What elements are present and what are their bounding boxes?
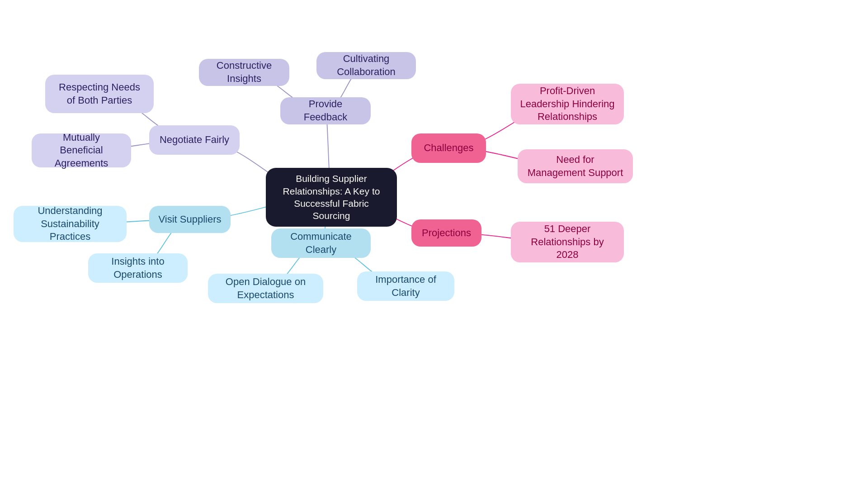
node-visit-suppliers: Visit Suppliers <box>149 206 231 233</box>
node-negotiate-fairly: Negotiate Fairly <box>149 125 240 155</box>
node-insights-ops: Insights into Operations <box>88 253 188 283</box>
node-sustainability: Understanding Sustainability Practices <box>14 206 127 242</box>
node-open-dialogue: Open Dialogue on Expectations <box>208 274 323 303</box>
node-constructive-insights: Constructive Insights <box>199 59 289 86</box>
node-profit-driven: Profit-Driven Leadership Hindering Relat… <box>511 84 624 124</box>
node-provide-feedback: Provide Feedback <box>280 97 371 124</box>
node-projections: Projections <box>411 219 481 247</box>
node-respecting-needs: Respecting Needs of Both Parties <box>45 75 154 113</box>
node-challenges: Challenges <box>411 133 486 163</box>
node-mgmt-support: Need for Management Support <box>518 149 633 183</box>
node-cultivating-collab: Cultivating Collaboration <box>316 52 416 79</box>
node-communicate-clearly: Communicate Clearly <box>271 228 371 258</box>
node-mutually-beneficial: Mutually Beneficial Agreements <box>32 133 131 167</box>
node-deeper-relationships: 51 Deeper Relationships by 2028 <box>511 222 624 262</box>
node-importance-clarity: Importance of Clarity <box>357 271 454 301</box>
center-node: Building Supplier Relationships: A Key t… <box>266 168 397 227</box>
